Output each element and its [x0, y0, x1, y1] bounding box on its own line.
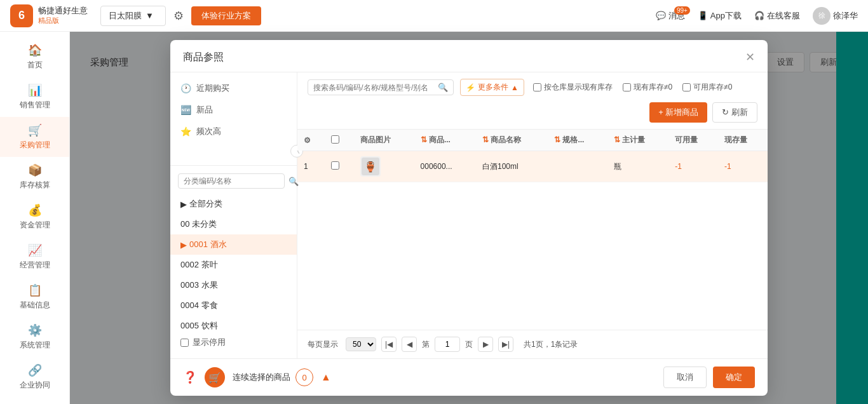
checkbox-nonzero-available[interactable]: 可用库存≠0: [682, 82, 732, 93]
cell-num: 1: [297, 151, 325, 182]
row-checkbox[interactable]: [331, 161, 339, 170]
col-name[interactable]: ⇅ 商品名称: [476, 130, 548, 151]
tab-recent-purchase[interactable]: 🕐 近期购买: [170, 77, 297, 99]
sidebar-item-guide[interactable]: 🎯 新手引导: [0, 397, 69, 404]
tab-new-products[interactable]: 🆕 新品: [170, 99, 297, 121]
more-filter-button[interactable]: ⚡ 更多条件 ▲: [460, 79, 524, 96]
sidebar-item-home[interactable]: 🏠 首页: [0, 37, 69, 77]
sidebar-item-finance[interactable]: 💰 资金管理: [0, 197, 69, 237]
col-spec-sort-icon: ⇅: [554, 135, 560, 144]
logo-text: 畅捷通好生意: [38, 6, 88, 17]
col-stock: 现存量: [718, 130, 768, 151]
messages-badge: 99+: [674, 6, 690, 15]
add-product-button[interactable]: + 新增商品: [649, 102, 707, 123]
category-item-all[interactable]: ▶ 全部分类: [170, 194, 297, 214]
prev-page-button[interactable]: ◀: [402, 337, 417, 352]
modal-close-button[interactable]: ✕: [745, 50, 755, 64]
sidebar-item-sales[interactable]: 📊 销售管理: [0, 77, 69, 117]
category-item-00[interactable]: 00 未分类: [170, 214, 297, 234]
quick-filter-tabs: 🕐 近期购买 🆕 新品 ⭐ 频次高: [170, 77, 297, 142]
sidebar-label-inventory: 库存核算: [20, 180, 50, 191]
chevron-down-icon: ▼: [146, 11, 154, 20]
refresh-button[interactable]: ↻ 刷新: [712, 102, 757, 123]
purchase-icon: 🛒: [28, 123, 42, 137]
message-icon: 💬: [656, 11, 666, 20]
category-search-input[interactable]: [178, 173, 285, 189]
cell-available: -1: [668, 151, 718, 182]
next-page-button[interactable]: ▶: [478, 337, 493, 352]
filter-icon: ⚡: [466, 83, 475, 92]
col-code[interactable]: ⇅ 商品...: [414, 130, 476, 151]
sidebar-label-finance: 资金管理: [20, 220, 50, 231]
content-area: 采购管理 查询 设置 刷新 商品参照 ✕: [70, 32, 868, 404]
cart-icon[interactable]: 🛒: [205, 367, 225, 387]
trial-button[interactable]: 体验行业方案: [191, 6, 261, 25]
category-search-row: 🔍: [170, 171, 297, 194]
first-page-button[interactable]: |◀: [381, 337, 397, 352]
product-search-bar: 🔍: [308, 79, 454, 95]
sidebar-label-collab: 企业协同: [20, 380, 50, 391]
sidebar-label-basics: 基础信息: [20, 300, 50, 311]
page-label: 第: [422, 339, 430, 350]
finance-icon: 💰: [28, 203, 42, 217]
sales-icon: 📊: [28, 83, 42, 97]
select-all-checkbox[interactable]: [331, 135, 339, 144]
cell-unit: 瓶: [607, 151, 668, 182]
sidebar-item-inventory[interactable]: 📦 库存核算: [0, 157, 69, 197]
category-item-0001[interactable]: ▶ 0001 酒水: [170, 234, 297, 255]
category-item-0002[interactable]: 0002 茶叶: [170, 255, 297, 275]
product-reference-modal: 商品参照 ✕ 🕐 近期购买 🆕: [170, 40, 768, 396]
confirm-button[interactable]: 确定: [713, 367, 755, 388]
user-profile-nav[interactable]: 徐 徐泽华: [813, 7, 858, 25]
footer-collapse-icon[interactable]: ▲: [321, 372, 331, 383]
online-service-nav[interactable]: 🎧 在线客服: [754, 10, 800, 22]
product-search-input[interactable]: [313, 83, 434, 92]
checkbox-by-warehouse[interactable]: 按仓库显示现有库存: [533, 82, 613, 93]
sidebar-item-purchase[interactable]: 🛒 采购管理: [0, 117, 69, 157]
left-panel: 🕐 近期购买 🆕 新品 ⭐ 频次高: [170, 72, 297, 358]
checkbox-nonzero-stock[interactable]: 现有库存≠0: [623, 82, 672, 93]
filter-checkboxes: 按仓库显示现有库存 现有库存≠0 可用库存≠0: [533, 82, 733, 93]
gear-icon[interactable]: ⚙: [173, 9, 184, 23]
logo-icon: 6: [10, 4, 33, 27]
sidebar-item-operations[interactable]: 📈 经营管理: [0, 237, 69, 277]
search-icon[interactable]: 🔍: [438, 83, 448, 92]
category-search-icon[interactable]: 🔍: [288, 177, 299, 186]
settings-icon[interactable]: ⚙: [304, 136, 311, 145]
modal-footer: ❓ 🛒 连续选择的商品 0 ▲ 取消 确定: [170, 358, 768, 396]
sidebar-item-system[interactable]: ⚙️ 系统管理: [0, 317, 69, 357]
category-item-0004[interactable]: 0004 零食: [170, 295, 297, 316]
messages-nav[interactable]: 💬 消息 99+: [656, 10, 685, 22]
page-suffix: 页: [465, 339, 473, 350]
system-icon: ⚙️: [28, 323, 42, 337]
col-available: 可用量: [668, 130, 718, 151]
show-disabled-label: 显示停用: [193, 337, 226, 348]
per-page-select[interactable]: 50: [346, 337, 376, 351]
tab-high-frequency[interactable]: ⭐ 频次高: [170, 121, 297, 142]
new-icon: 🆕: [180, 105, 191, 115]
app-download-nav[interactable]: 📱 App下载: [698, 10, 742, 22]
show-disabled-checkbox[interactable]: [180, 339, 189, 347]
sidebar-label-operations: 经营管理: [20, 260, 50, 271]
last-page-button[interactable]: ▶|: [498, 337, 513, 352]
help-icon[interactable]: ❓: [183, 370, 197, 384]
per-page-label: 每页显示: [308, 339, 338, 350]
col-spec[interactable]: ⇅ 规格...: [548, 130, 607, 151]
product-image: 🏺: [360, 156, 381, 177]
sidebar-item-collab[interactable]: 🔗 企业协同: [0, 357, 69, 397]
table-row[interactable]: 1 🏺: [297, 151, 768, 182]
page-number-input[interactable]: [435, 337, 460, 352]
nav-dropdown[interactable]: 日太阳膜 ▼: [100, 6, 166, 26]
category-item-0005[interactable]: 0005 饮料: [170, 316, 297, 332]
headset-icon: 🎧: [754, 11, 764, 20]
sidebar-label-sales: 销售管理: [20, 100, 50, 111]
product-table: ⚙ 商品图片: [297, 130, 768, 182]
cancel-button[interactable]: 取消: [663, 367, 707, 388]
sidebar: 🏠 首页 📊 销售管理 🛒 采购管理 📦 库存核算 💰 资金管理 📈 经营管理 …: [0, 32, 70, 404]
toolbar-right-buttons: + 新增商品 ↻ 刷新: [649, 102, 757, 123]
col-unit[interactable]: ⇅ 主计量: [607, 130, 668, 151]
category-item-0003[interactable]: 0003 水果: [170, 275, 297, 295]
pagination-info: 共1页，1条记录: [524, 339, 578, 350]
col-checkbox: [325, 130, 354, 151]
sidebar-item-basics[interactable]: 📋 基础信息: [0, 277, 69, 317]
